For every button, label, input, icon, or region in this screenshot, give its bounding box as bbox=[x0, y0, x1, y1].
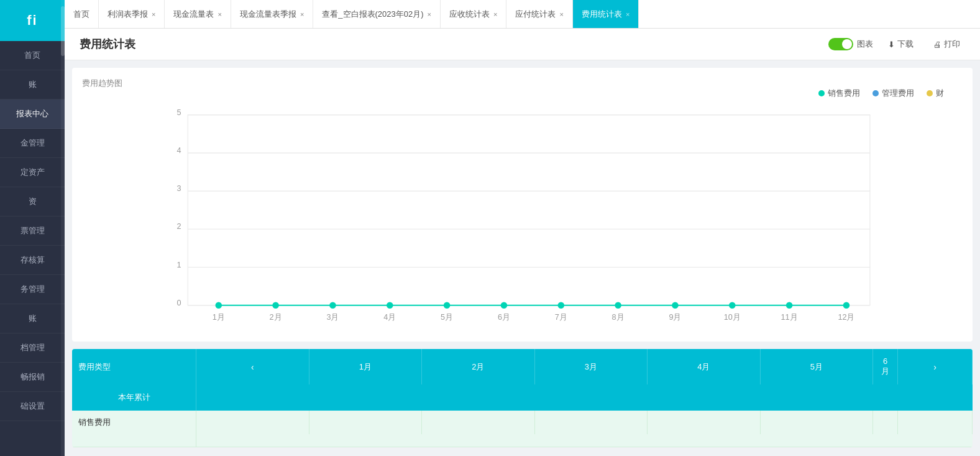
sidebar-item-account[interactable]: 账 bbox=[0, 70, 65, 100]
svg-text:5月: 5月 bbox=[441, 313, 453, 322]
row-total bbox=[72, 434, 196, 447]
sidebar-scrollbar-thumb bbox=[61, 6, 65, 56]
main-area: 首页 利润表季报 × 现金流量表 × 现金流量表季报 × 查看_空白报表(202… bbox=[65, 0, 980, 456]
prev-month-button[interactable]: ‹ bbox=[251, 362, 254, 372]
sidebar-logo: fi bbox=[0, 0, 65, 41]
tab-receivable-label: 应收统计表 bbox=[449, 9, 490, 20]
tab-blank-report[interactable]: 查看_空白报表(2023年02月) × bbox=[313, 0, 441, 28]
svg-text:4: 4 bbox=[177, 146, 181, 155]
row-cell-spacer2 bbox=[898, 411, 973, 434]
chart-toggle-label: 图表 bbox=[857, 39, 873, 50]
chart-svg: 0 1 2 3 4 5 bbox=[82, 95, 963, 332]
col-month2: 2月 bbox=[422, 349, 535, 384]
svg-text:8月: 8月 bbox=[612, 313, 625, 322]
chart-point-5 bbox=[444, 302, 451, 309]
svg-text:4月: 4月 bbox=[383, 313, 396, 322]
svg-text:12月: 12月 bbox=[838, 313, 854, 322]
tab-profit-close[interactable]: × bbox=[152, 11, 155, 18]
svg-text:1月: 1月 bbox=[213, 313, 225, 322]
chart-point-7 bbox=[558, 302, 565, 309]
sidebar-item-cash[interactable]: 金管理 bbox=[0, 129, 65, 158]
svg-rect-12 bbox=[188, 115, 870, 305]
sidebar-item-assets[interactable]: 定资产 bbox=[0, 158, 65, 187]
col-prev-btn[interactable]: ‹ bbox=[196, 349, 309, 384]
sidebar: fi 首页 账 报表中心 金管理 定资产 资 票管理 存核算 务管理 账 档管理… bbox=[0, 0, 65, 456]
chart-point-1 bbox=[216, 302, 222, 309]
col-month6: 6月 bbox=[873, 349, 898, 384]
svg-text:6月: 6月 bbox=[498, 313, 510, 322]
svg-text:9月: 9月 bbox=[669, 313, 681, 322]
sidebar-item-reports[interactable]: 报表中心 bbox=[0, 100, 65, 129]
chart-point-8 bbox=[615, 302, 621, 309]
sidebar-item-reimbursement[interactable]: 畅报销 bbox=[0, 363, 65, 392]
chart-point-11 bbox=[786, 302, 793, 309]
row-cell-2 bbox=[422, 411, 535, 434]
sidebar-item-inventory[interactable]: 存核算 bbox=[0, 246, 65, 275]
row-type-label: 销售费用 bbox=[72, 411, 196, 434]
row-cell-4 bbox=[648, 411, 761, 434]
tab-payable-label: 应付统计表 bbox=[515, 9, 556, 20]
tab-bar: 首页 利润表季报 × 现金流量表 × 现金流量表季报 × 查看_空白报表(202… bbox=[65, 0, 980, 29]
download-icon: ⬇ bbox=[888, 40, 895, 49]
svg-text:1: 1 bbox=[177, 261, 181, 269]
print-label: 打印 bbox=[944, 39, 960, 50]
svg-text:2月: 2月 bbox=[270, 313, 282, 322]
expense-table: 费用类型 ‹ 1月 2月 3月 4月 5月 6月 › 本年累计 销售费用 bbox=[72, 349, 973, 447]
download-button[interactable]: ⬇ 下载 bbox=[883, 36, 918, 52]
sidebar-item-ledger[interactable]: 账 bbox=[0, 304, 65, 333]
tab-expense-close[interactable]: × bbox=[626, 11, 630, 18]
print-icon: 🖨 bbox=[933, 40, 941, 49]
tab-home-label: 首页 bbox=[73, 9, 89, 20]
col-month3: 3月 bbox=[535, 349, 648, 384]
sidebar-item-capital[interactable]: 资 bbox=[0, 187, 65, 216]
page-title: 费用统计表 bbox=[80, 37, 135, 52]
tab-blank-report-close[interactable]: × bbox=[428, 11, 431, 18]
sidebar-item-home[interactable]: 首页 bbox=[0, 41, 65, 70]
sidebar-item-archive[interactable]: 档管理 bbox=[0, 333, 65, 363]
svg-text:3: 3 bbox=[177, 184, 181, 193]
tab-payable-close[interactable]: × bbox=[559, 11, 563, 18]
chart-point-9 bbox=[672, 302, 679, 309]
col-type-label: 费用类型 bbox=[78, 361, 111, 373]
tab-profit[interactable]: 利润表季报 × bbox=[99, 0, 165, 28]
tab-cashflow-label: 现金流量表 bbox=[173, 9, 214, 20]
download-label: 下载 bbox=[897, 39, 914, 50]
svg-text:5: 5 bbox=[177, 108, 181, 117]
tab-cashflow-close[interactable]: × bbox=[218, 11, 221, 18]
page-header: 费用统计表 图表 ⬇ 下载 🖨 打印 bbox=[65, 29, 980, 60]
chart-toggle[interactable] bbox=[828, 38, 853, 50]
col-month5: 5月 bbox=[761, 349, 874, 384]
tab-cashflow-quarterly-close[interactable]: × bbox=[300, 11, 304, 18]
row-cell-3 bbox=[535, 411, 648, 434]
print-button[interactable]: 🖨 打印 bbox=[928, 36, 965, 52]
chart-point-6 bbox=[501, 302, 508, 309]
next-month-button[interactable]: › bbox=[933, 362, 936, 372]
svg-text:0: 0 bbox=[177, 299, 181, 307]
chart-point-2 bbox=[272, 302, 279, 309]
chart-point-4 bbox=[387, 302, 393, 309]
row-cell-spacer bbox=[196, 411, 309, 434]
tab-cashflow[interactable]: 现金流量表 × bbox=[165, 0, 231, 28]
content-area: 费用统计表 图表 ⬇ 下载 🖨 打印 bbox=[65, 29, 980, 456]
col-month4: 4月 bbox=[648, 349, 761, 384]
sidebar-scrollbar[interactable] bbox=[61, 0, 65, 456]
tab-receivable-close[interactable]: × bbox=[493, 11, 497, 18]
svg-text:7月: 7月 bbox=[555, 313, 567, 322]
sidebar-item-tickets[interactable]: 票管理 bbox=[0, 216, 65, 246]
tab-cashflow-quarterly[interactable]: 现金流量表季报 × bbox=[231, 0, 313, 28]
chart-area: 0 1 2 3 4 5 bbox=[82, 95, 963, 332]
tab-home[interactable]: 首页 bbox=[65, 0, 99, 28]
table-header: 费用类型 ‹ 1月 2月 3月 4月 5月 6月 › 本年累计 bbox=[72, 349, 973, 411]
tab-blank-report-label: 查看_空白报表(2023年02月) bbox=[322, 9, 423, 20]
tab-receivable[interactable]: 应收统计表 × bbox=[441, 0, 506, 28]
sidebar-item-services[interactable]: 务管理 bbox=[0, 275, 65, 304]
row-cell-1 bbox=[309, 411, 423, 434]
tab-expense-label: 费用统计表 bbox=[582, 9, 622, 20]
col-type: 费用类型 bbox=[72, 349, 196, 384]
tab-expense[interactable]: 费用统计表 × bbox=[573, 0, 639, 28]
svg-text:2: 2 bbox=[177, 222, 181, 231]
svg-text:10月: 10月 bbox=[724, 313, 741, 322]
sidebar-item-settings[interactable]: 础设置 bbox=[0, 392, 65, 421]
tab-payable[interactable]: 应付统计表 × bbox=[506, 0, 572, 28]
col-next-btn[interactable]: › bbox=[898, 349, 973, 384]
